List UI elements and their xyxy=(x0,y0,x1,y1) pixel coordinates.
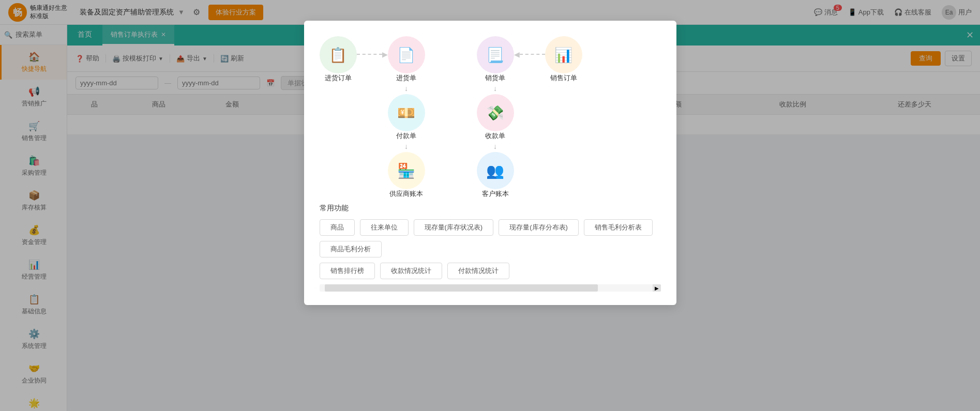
flow-node-payment[interactable]: 💴 付款单 xyxy=(388,94,425,141)
content-area: 首页 销售订单执行表 ✕ ✕ ❓ 帮助 🖨️ 按模板打印 xyxy=(67,25,980,411)
scroll-right-btn[interactable]: ▶ xyxy=(653,284,661,292)
arrow-payment-down: ↓ xyxy=(388,141,425,152)
arrow2: ◀ xyxy=(514,50,545,58)
arrow-purchase-down: ↓ xyxy=(388,83,425,94)
flow-node-sales-order[interactable]: 📊 销售订单 xyxy=(545,36,582,83)
scroll-thumb xyxy=(325,284,598,292)
quick-functions-title: 常用功能 xyxy=(320,204,661,213)
quick-btn-收款情况统计[interactable]: 收款情况统计 xyxy=(380,263,442,279)
flow-node-receipt[interactable]: 💸 收款单 xyxy=(477,94,514,141)
quick-btn-现存量(库存分布表)[interactable]: 现存量(库存分布表) xyxy=(499,219,579,236)
quick-btn-销售排行榜[interactable]: 销售排行榜 xyxy=(320,263,375,279)
quick-btn-付款情况统计[interactable]: 付款情况统计 xyxy=(447,263,509,279)
arrow-sales-bill-down: ↓ xyxy=(477,83,514,94)
flow-arrows-row1: ↓ ↓ xyxy=(320,83,661,94)
flow-row2: 💴 付款单 💸 收款单 xyxy=(320,94,661,141)
flow-row1: 📋 进货订单 ▶ xyxy=(320,36,661,83)
flow-node-purchase-order[interactable]: 📋 进货订单 xyxy=(320,36,357,83)
flow-diagram: 📋 进货订单 ▶ xyxy=(320,36,661,199)
flow-node-customer-ledger[interactable]: 👥 客户账本 xyxy=(477,152,514,199)
scroll-bar[interactable]: ▶ xyxy=(320,284,661,292)
quick-btns-row2: 销售排行榜收款情况统计付款情况统计 xyxy=(320,263,661,279)
main-area: 🔍 搜索菜单 🏠 快捷导航 📢 营销推广 🛒 销售管理 🛍️ 采购管理 📦 库存… xyxy=(0,25,980,411)
quick-btn-商品[interactable]: 商品 xyxy=(320,219,355,236)
quick-btn-现存量(库存状况表)[interactable]: 现存量(库存状况表) xyxy=(414,219,494,236)
modal: 📋 进货订单 ▶ xyxy=(304,25,676,305)
flow-arrows-row2: ↓ ↓ xyxy=(320,141,661,152)
flow-node-supplier-ledger[interactable]: 🏪 供应商账本 xyxy=(388,152,425,199)
quick-functions: 常用功能 商品往来单位现存量(库存状况表)现存量(库存分布表)销售毛利分析表商品… xyxy=(320,204,661,279)
quick-btn-往来单位[interactable]: 往来单位 xyxy=(360,219,409,236)
flow-node-sales-bill[interactable]: 📃 销货单 xyxy=(477,36,514,83)
flow-node-purchase-bill[interactable]: 📄 进货单 xyxy=(388,36,425,83)
arrow1: ▶ xyxy=(357,50,388,58)
quick-btns-row1: 商品往来单位现存量(库存状况表)现存量(库存分布表)销售毛利分析表商品毛利分析 xyxy=(320,219,661,257)
quick-btn-商品毛利分析[interactable]: 商品毛利分析 xyxy=(320,241,382,257)
overlay[interactable]: 📋 进货订单 ▶ xyxy=(67,25,980,411)
arrow-receipt-down: ↓ xyxy=(477,141,514,152)
quick-btn-销售毛利分析表[interactable]: 销售毛利分析表 xyxy=(584,219,653,236)
flow-row3: 🏪 供应商账本 👥 客户账本 xyxy=(320,152,661,199)
